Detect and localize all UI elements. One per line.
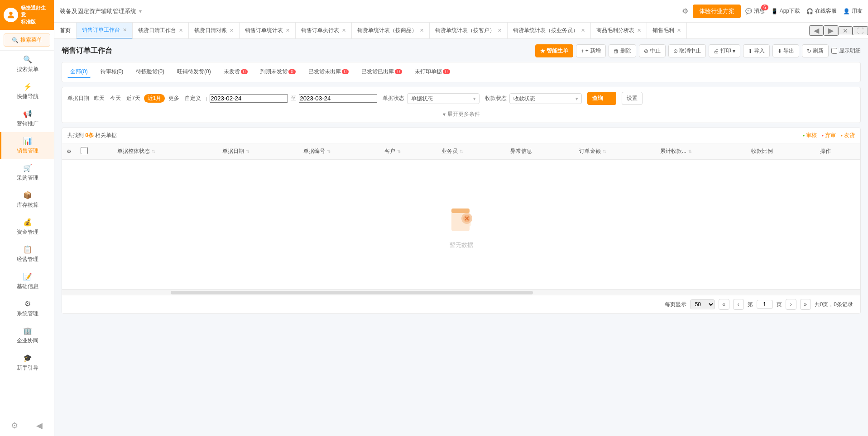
last-page-button[interactable]: » <box>800 299 811 310</box>
col-header-status[interactable]: 单据整体状态⇅ <box>113 143 218 160</box>
col-header-staff[interactable]: 业务员⇅ <box>437 143 506 160</box>
tab-gross_margin[interactable]: 商品毛利分析表✕ <box>591 23 647 39</box>
col-header-number[interactable]: 单据编号⇅ <box>299 143 380 160</box>
tab-close-sales_summary_product[interactable]: ✕ <box>420 28 424 33</box>
cancel-suspend-button[interactable]: ⊙ 取消中止 <box>668 44 706 57</box>
prev-page-button[interactable]: ‹ <box>733 299 744 310</box>
sidebar-item-quicknav[interactable]: ⚡快捷导航 <box>0 78 54 105</box>
smart-create-button[interactable]: ★ 智能生单 <box>535 44 573 57</box>
sidebar-item-newbie[interactable]: 🎓新手引导 <box>0 349 54 376</box>
first-page-button[interactable]: « <box>719 299 729 310</box>
app-download-button[interactable]: 📱 App下载 <box>771 7 800 15</box>
sidebar-collapse-button[interactable]: ◀ <box>29 419 51 432</box>
date-option-昨天[interactable]: 昨天 <box>92 94 106 103</box>
status-select[interactable]: 单据状态 <box>407 93 480 104</box>
tab-sales_stat[interactable]: 销售订单统计表✕ <box>240 23 296 39</box>
sidebar-item-inventory[interactable]: 📦库存核算 <box>0 186 54 213</box>
tabs-scroll-left-button[interactable]: ◀ <box>809 25 824 36</box>
filter-tab-overdue_unshipped[interactable]: 到期未发货0 <box>258 66 298 78</box>
sidebar-item-system[interactable]: ⚙系统管理 <box>0 295 54 322</box>
tab-cash_reconcile[interactable]: 钱货日清对账✕ <box>189 23 240 39</box>
tab-sales_summary_product[interactable]: 销货单统计表（按商品）✕ <box>352 23 430 39</box>
select-all-checkbox[interactable] <box>81 147 88 154</box>
date-option-自定义[interactable]: 自定义 <box>183 94 203 103</box>
date-option-近7天[interactable]: 近7天 <box>125 94 142 103</box>
topbar-settings-icon[interactable]: ⚙ <box>682 7 688 15</box>
next-page-button[interactable]: › <box>786 299 796 310</box>
refresh-button[interactable]: ↻ 刷新 <box>802 44 829 57</box>
sidebar-item-operations[interactable]: 📋经营管理 <box>0 241 54 268</box>
tab-close-sales_summary_staff[interactable]: ✕ <box>581 28 585 33</box>
sidebar-item-finance[interactable]: 💰资金管理 <box>0 213 54 241</box>
quick-action-弃审[interactable]: 弃审 <box>821 132 836 139</box>
filter-tab-unprinted[interactable]: 未打印单据0 <box>412 66 453 78</box>
sidebar-item-basic[interactable]: 📝基础信息 <box>0 268 54 295</box>
expand-conditions-button[interactable]: ▾ 展开更多条件 <box>67 109 855 118</box>
user-menu-button[interactable]: 👤 用友 <box>843 7 863 15</box>
sidebar-item-sales[interactable]: 📊销售管理 <box>0 132 54 159</box>
industry-solution-button[interactable]: 体验行业方案 <box>693 5 741 18</box>
page-title: 销售订单工作台 <box>62 46 112 56</box>
scrollbar-area[interactable] <box>62 289 860 295</box>
tab-sales_workbench[interactable]: 销售订单工作台✕ <box>77 23 133 39</box>
message-button[interactable]: 💬 消息 6 <box>745 7 765 15</box>
tab-close-cash_reconcile[interactable]: ✕ <box>230 28 234 33</box>
payment-select[interactable]: 收款状态 <box>509 93 582 104</box>
col-header-amount[interactable]: 订单金额⇅ <box>575 143 656 160</box>
filter-tab-shipped_not_warehoused[interactable]: 已发货未出库0 <box>306 66 352 78</box>
sidebar-item-purchase[interactable]: 🛒采购管理 <box>0 159 54 186</box>
sidebar-item-search[interactable]: 🔍搜索菜单 <box>0 51 54 78</box>
search-menu-button[interactable]: 🔍 搜索菜单 <box>4 33 50 47</box>
sidebar-item-marketing[interactable]: 📢营销推广 <box>0 105 54 132</box>
filter-tab-shipped_warehoused[interactable]: 已发货已出库0 <box>359 66 405 78</box>
export-button[interactable]: ⬇ 导出 <box>772 44 799 57</box>
date-option-近1月[interactable]: 近1月 <box>144 94 165 103</box>
tab-sales_profit[interactable]: 销售毛利✕ <box>647 23 687 39</box>
tab-close-cash_daily[interactable]: ✕ <box>179 28 183 33</box>
filter-tab-pending_review[interactable]: 待审核(0) <box>98 66 126 78</box>
tabs-scroll-right-button[interactable]: ▶ <box>824 25 838 36</box>
quick-action-发货[interactable]: 发货 <box>840 132 855 139</box>
filter-tab-pending_inspect[interactable]: 待拣验货(0) <box>133 66 167 78</box>
date-from-input[interactable] <box>210 94 288 103</box>
date-option-更多[interactable]: 更多 <box>167 94 181 103</box>
settings-button[interactable]: 设置 <box>622 92 643 105</box>
col-header-date[interactable]: 单据日期⇅ <box>218 143 299 160</box>
date-option-今天[interactable]: 今天 <box>108 94 123 103</box>
page-input[interactable] <box>757 300 773 309</box>
add-button[interactable]: + + 新增 <box>576 44 606 57</box>
tabs-close-all-button[interactable]: ✕ <box>838 26 853 35</box>
tab-close-sales_profit[interactable]: ✕ <box>677 28 681 33</box>
tab-close-sales_exec[interactable]: ✕ <box>342 28 346 33</box>
tab-home[interactable]: 首页 <box>54 23 77 39</box>
filter-tab-unshipped[interactable]: 未发货0 <box>221 66 251 78</box>
tab-close-sales_summary_customer[interactable]: ✕ <box>498 28 502 33</box>
import-button[interactable]: ⬆ 导入 <box>743 44 770 57</box>
col-settings-icon[interactable]: ⚙ <box>67 148 72 155</box>
show-detail-checkbox[interactable] <box>831 48 837 54</box>
tab-close-gross_margin[interactable]: ✕ <box>637 28 641 33</box>
filter-tab-all[interactable]: 全部(0) <box>67 66 91 78</box>
per-page-select[interactable]: 102050100 <box>690 299 715 309</box>
tab-sales_summary_staff[interactable]: 销货单统计表（按业务员）✕ <box>508 23 591 39</box>
quick-action-审核[interactable]: 审核 <box>802 132 817 139</box>
tab-close-sales_workbench[interactable]: ✕ <box>123 27 127 33</box>
suspend-button[interactable]: ⊘ 中止 <box>639 44 666 57</box>
col-header-accumulated[interactable]: 累计收款...⇅ <box>656 143 747 160</box>
col-header-customer[interactable]: 客户⇅ <box>380 143 436 160</box>
delete-button[interactable]: 🗑 删除 <box>609 44 636 57</box>
tab-cash_daily[interactable]: 钱货日清工作台✕ <box>133 23 189 39</box>
tab-sales_exec[interactable]: 销售订单执行表✕ <box>296 23 352 39</box>
filter-tab-wangpu_pending[interactable]: 旺铺待发货(0) <box>174 66 214 78</box>
query-button[interactable]: 查询 <box>587 92 616 105</box>
sidebar-settings-button[interactable]: ⚙ <box>4 419 25 432</box>
online-service-button[interactable]: 🎧 在线客服 <box>806 7 837 15</box>
tab-close-sales_stat[interactable]: ✕ <box>286 28 290 33</box>
show-detail-label[interactable]: 显示明细 <box>831 47 861 55</box>
date-to-input[interactable] <box>299 94 377 103</box>
tab-sales_summary_customer[interactable]: 销货单统计表（按客户）✕ <box>430 23 508 39</box>
sidebar-item-enterprise[interactable]: 🏢企业协同 <box>0 322 54 349</box>
tabs-expand-button[interactable]: ⛶ <box>853 26 868 35</box>
print-button[interactable]: 🖨 打印 ▾ <box>709 44 740 57</box>
scrollbar-thumb[interactable] <box>171 291 533 294</box>
